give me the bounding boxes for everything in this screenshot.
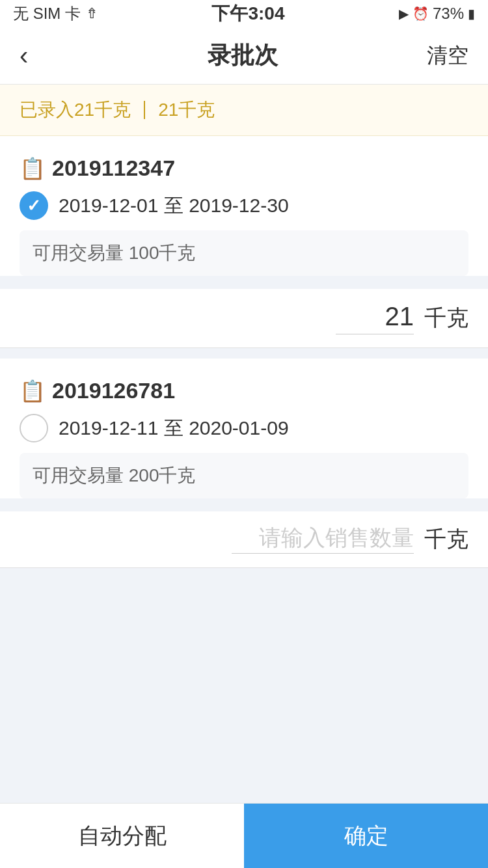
- batch2-id: 2019126781: [52, 378, 175, 403]
- summary-divider: [144, 101, 145, 119]
- batch1-id: 2019112347: [52, 156, 175, 181]
- status-time: 下午3:04: [211, 1, 284, 26]
- battery-label: 73%: [433, 5, 464, 23]
- page-title: 录批次: [208, 40, 278, 72]
- batch2-avail: 可用交易量 200千克: [20, 453, 468, 498]
- wifi-icon: ⇮: [86, 5, 98, 22]
- batch2-unit: 千克: [424, 524, 468, 554]
- location-icon: ▶: [399, 6, 409, 21]
- battery-icon: ▮: [468, 6, 475, 21]
- section-divider: [0, 348, 488, 359]
- summary-recorded: 已录入21千克: [20, 98, 131, 122]
- batch1-id-row: 📋 2019112347: [20, 156, 468, 181]
- clear-button[interactable]: 清空: [427, 42, 468, 70]
- summary-amount: 21千克: [158, 98, 215, 122]
- batch1-avail: 可用交易量 100千克: [20, 230, 468, 276]
- batch1-date-row[interactable]: 2019-12-01 至 2019-12-30: [20, 191, 468, 220]
- nav-bar: ‹ 录批次 清空: [0, 27, 488, 85]
- batch2-amount-input[interactable]: [232, 525, 414, 550]
- confirm-button[interactable]: 确定: [244, 804, 488, 868]
- status-bar: 无 SIM 卡 ⇮ 下午3:04 ▶ ⏰ 73% ▮: [0, 0, 488, 27]
- summary-bar: 已录入21千克 21千克: [0, 85, 488, 136]
- batch1-amount-input[interactable]: [336, 302, 414, 331]
- batch1-radio[interactable]: [20, 191, 48, 220]
- status-right: ▶ ⏰ 73% ▮: [399, 5, 475, 23]
- batch1-unit: 千克: [424, 303, 468, 333]
- status-left: 无 SIM 卡 ⇮: [13, 3, 98, 24]
- batch2-date: 2019-12-11 至 2020-01-09: [59, 415, 289, 442]
- back-button[interactable]: ‹: [20, 41, 59, 70]
- batch2-radio[interactable]: [20, 414, 48, 442]
- batch2-date-row[interactable]: 2019-12-11 至 2020-01-09: [20, 414, 468, 442]
- batch1-date: 2019-12-01 至 2019-12-30: [59, 193, 289, 219]
- batch1-icon: 📋: [20, 156, 46, 181]
- batch-item-2: 📋 2019126781 2019-12-11 至 2020-01-09 可用交…: [0, 359, 488, 498]
- alarm-icon: ⏰: [413, 6, 429, 21]
- batch2-id-row: 📋 2019126781: [20, 378, 468, 403]
- batch1-amount-row: 千克: [0, 289, 488, 348]
- batch2-amount-row: 千克: [0, 511, 488, 568]
- batch-item-1: 📋 2019112347 2019-12-01 至 2019-12-30 可用交…: [0, 136, 488, 276]
- sim-label: 无 SIM 卡: [13, 3, 81, 24]
- batch2-icon: 📋: [20, 379, 46, 403]
- auto-distribute-button[interactable]: 自动分配: [0, 804, 244, 868]
- bottom-bar: 自动分配 确定: [0, 803, 488, 868]
